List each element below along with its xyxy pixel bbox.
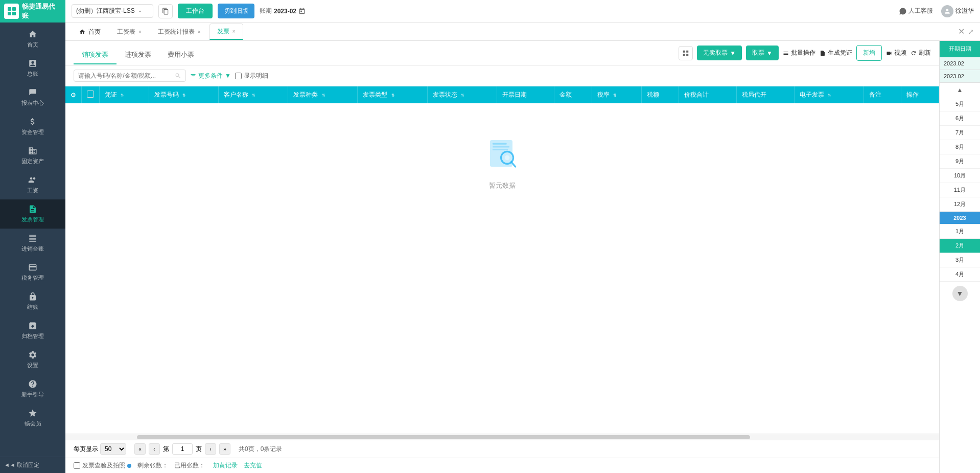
tab-payroll-table-close[interactable]: × bbox=[138, 29, 142, 35]
sort-category-icon[interactable]: ⇅ bbox=[391, 93, 395, 98]
tab-payroll-stats-close[interactable]: × bbox=[198, 29, 201, 35]
workbench-btn[interactable]: 工作台 bbox=[178, 4, 213, 18]
support-btn[interactable]: 人工客服 bbox=[899, 7, 933, 15]
col-e-invoice: 电子发票 ⇅ bbox=[794, 86, 864, 103]
filter-btn[interactable]: 更多条件 ▼ bbox=[190, 72, 231, 80]
date-item-apr[interactable]: 4月 bbox=[940, 267, 980, 282]
gen-voucher-btn[interactable]: 生成凭证 bbox=[820, 49, 852, 57]
sort-voucher-icon[interactable]: ⇅ bbox=[121, 93, 124, 98]
sidebar-item-capital[interactable]: 资金管理 bbox=[0, 112, 65, 141]
sidebar-item-assets[interactable]: 固定资产 bbox=[0, 141, 65, 170]
sort-einvoice-icon[interactable]: ⇅ bbox=[828, 93, 831, 98]
date-down-btn[interactable]: ▼ bbox=[952, 286, 968, 301]
date-item-jan[interactable]: 1月 bbox=[940, 224, 980, 239]
subtab-expense-receipt[interactable]: 费用小票 bbox=[159, 46, 202, 64]
invoice-verify-checkbox[interactable] bbox=[74, 462, 80, 469]
table-scrollbar[interactable] bbox=[65, 434, 939, 440]
col-amount: 金额 bbox=[554, 86, 592, 103]
sidebar-item-payroll[interactable]: 工资 bbox=[0, 170, 65, 199]
tab-invoice[interactable]: 发票 × bbox=[209, 24, 243, 40]
subtab-sales-label: 销项发票 bbox=[82, 51, 108, 58]
sort-customer-icon[interactable]: ⇅ bbox=[252, 93, 255, 98]
user-info[interactable]: 徐溢华 bbox=[941, 5, 974, 17]
detail-checkbox[interactable] bbox=[235, 73, 242, 79]
user-name: 徐溢华 bbox=[955, 7, 974, 15]
switch-version-btn[interactable]: 切到旧版 bbox=[218, 4, 254, 18]
no-cancel-ticket-btn[interactable]: 无卖取票 ▼ bbox=[697, 46, 742, 60]
search-input[interactable] bbox=[78, 72, 172, 79]
sort-invoice-no-icon[interactable]: ⇅ bbox=[182, 93, 186, 98]
col-voucher: 凭证 ⇅ bbox=[100, 86, 149, 103]
col-checkbox[interactable] bbox=[82, 86, 100, 103]
tab-home[interactable]: 首页 bbox=[72, 24, 108, 39]
date-panel: 开期日期 2023.02 2023.02 ▲ 5月 6月 7月 8月 9月 10… bbox=[939, 41, 980, 473]
open-period-btn[interactable]: 开期日期 bbox=[940, 41, 980, 57]
tab-payroll-table[interactable]: 工资表 × bbox=[109, 24, 149, 39]
sidebar-item-reports[interactable]: 报表中心 bbox=[0, 83, 65, 112]
date-item-6[interactable]: 6月 bbox=[940, 111, 980, 126]
last-page-btn[interactable]: » bbox=[219, 443, 230, 455]
sidebar-collapse-btn[interactable]: ◄◄ 取消固定 bbox=[0, 457, 65, 473]
date-item-7[interactable]: 7月 bbox=[940, 126, 980, 140]
date-up-btn[interactable]: ▲ bbox=[955, 85, 965, 95]
sidebar-item-ledger[interactable]: 总账 bbox=[0, 54, 65, 83]
sidebar-item-home[interactable]: 首页 bbox=[0, 25, 65, 54]
tab-payroll-stats[interactable]: 工资统计报表 × bbox=[150, 24, 208, 39]
sidebar-item-guide[interactable]: 新手引导 bbox=[0, 374, 65, 403]
subtab-purchase-invoice[interactable]: 进项发票 bbox=[116, 46, 159, 64]
recharge-link[interactable]: 去充值 bbox=[244, 461, 262, 470]
col-settings[interactable]: ⚙ bbox=[65, 86, 82, 103]
date-item-feb[interactable]: 2月 bbox=[940, 239, 980, 253]
tab-expand-icon[interactable]: ⤢ bbox=[968, 28, 974, 36]
refresh-btn[interactable]: 刷新 bbox=[911, 49, 931, 57]
batch-ops-btn[interactable]: 批量操作 bbox=[783, 49, 815, 57]
company-selector[interactable]: (勿删）江西股宝-LSS bbox=[72, 4, 153, 18]
sidebar-item-ledger-label: 总账 bbox=[27, 70, 38, 78]
fetch-ticket-btn[interactable]: 取票 ▼ bbox=[746, 46, 779, 60]
show-detail-label: 显示明细 bbox=[244, 72, 268, 80]
sidebar-item-sales[interactable]: 进销台账 bbox=[0, 229, 65, 258]
check-label: 发票查验及拍照 bbox=[82, 461, 125, 470]
date-item-9[interactable]: 9月 bbox=[940, 154, 980, 169]
table-area[interactable]: ⚙ 凭证 ⇅ 发票号码 bbox=[65, 86, 939, 434]
scrollbar-thumb[interactable] bbox=[137, 435, 750, 439]
col-tax-code: 税局代开 bbox=[737, 86, 795, 103]
page-input[interactable] bbox=[172, 443, 193, 455]
sidebar-item-archive[interactable]: 归档管理 bbox=[0, 316, 65, 345]
sidebar-item-member[interactable]: 畅会员 bbox=[0, 403, 65, 433]
sidebar-item-tax[interactable]: 税务管理 bbox=[0, 258, 65, 287]
join-record-link[interactable]: 加黄记录 bbox=[213, 461, 238, 470]
video-btn[interactable]: 视频 bbox=[886, 49, 906, 57]
col-tax-total: 价税合计 bbox=[679, 86, 737, 103]
copy-company-btn[interactable] bbox=[158, 4, 173, 18]
search-icon bbox=[175, 72, 181, 79]
invoice-verify-check[interactable]: 发票查验及拍照 bbox=[74, 461, 131, 470]
date-item-8[interactable]: 8月 bbox=[940, 140, 980, 154]
sidebar-item-invoice-label: 发票管理 bbox=[21, 216, 44, 223]
date-item-5[interactable]: 5月 bbox=[940, 97, 980, 111]
sort-tax-rate-icon[interactable]: ⇅ bbox=[613, 93, 617, 98]
show-detail-checkbox[interactable]: 显示明细 bbox=[235, 72, 268, 80]
date-item-11[interactable]: 11月 bbox=[940, 183, 980, 197]
date-item-mar[interactable]: 3月 bbox=[940, 253, 980, 267]
date-item-10[interactable]: 10月 bbox=[940, 169, 980, 183]
sidebar-item-settings[interactable]: 设置 bbox=[0, 345, 65, 374]
sort-invoice-type-icon[interactable]: ⇅ bbox=[322, 93, 325, 98]
sidebar-item-closing[interactable]: 结账 bbox=[0, 287, 65, 316]
new-btn[interactable]: 新增 bbox=[856, 45, 882, 61]
grid-view-btn[interactable] bbox=[679, 46, 693, 60]
sort-status-icon[interactable]: ⇅ bbox=[461, 93, 464, 98]
prev-page-btn[interactable]: ‹ bbox=[149, 443, 160, 455]
sidebar-item-invoice[interactable]: 发票管理 bbox=[0, 199, 65, 229]
tab-close-icon[interactable]: ✕ bbox=[958, 27, 965, 36]
filter-icon bbox=[190, 73, 196, 79]
next-page-btn[interactable]: › bbox=[205, 443, 216, 455]
date-item-12[interactable]: 12月 bbox=[940, 197, 980, 212]
topbar: (勿删）江西股宝-LSS 工作台 切到旧版 账期 2023-02 人工客服 徐溢… bbox=[65, 0, 980, 22]
subtab-sales-invoice[interactable]: 销项发票 bbox=[74, 46, 116, 64]
first-page-btn[interactable]: « bbox=[134, 443, 146, 455]
per-page-dropdown[interactable]: 50 10 20 100 bbox=[100, 443, 126, 455]
col-tax-rate: 税率 ⇅ bbox=[592, 86, 641, 103]
select-all-checkbox[interactable] bbox=[87, 91, 94, 98]
tab-invoice-close[interactable]: × bbox=[232, 29, 236, 34]
